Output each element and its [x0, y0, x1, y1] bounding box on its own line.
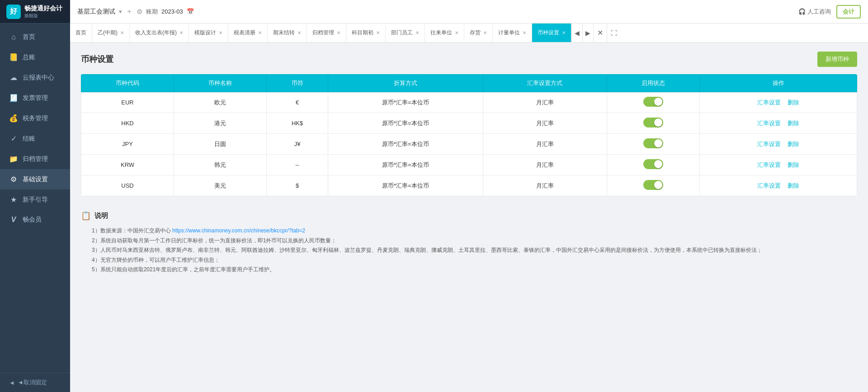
- tab-subjects[interactable]: 科目期初 ✕: [346, 24, 386, 42]
- notes-link[interactable]: https://www.chinamoney.com.cn/chinese/bk…: [172, 227, 305, 234]
- tab-period-end-close[interactable]: ✕: [297, 30, 301, 35]
- sidebar-item-guide[interactable]: ★ 新手引导: [0, 189, 70, 210]
- toggle-switch[interactable]: [643, 180, 663, 190]
- tab-period-end[interactable]: 期末结转 ✕: [268, 24, 307, 42]
- invoice-icon: 🧾: [9, 94, 18, 102]
- tab-home[interactable]: 首页: [70, 24, 92, 42]
- rate-setting-link[interactable]: 汇率设置: [757, 120, 781, 127]
- tab-nav-next[interactable]: ▶: [582, 24, 593, 42]
- sidebar-item-ledger[interactable]: 📒 总账: [0, 47, 70, 67]
- tax-icon: 💰: [9, 114, 18, 123]
- cell-status: [607, 175, 699, 196]
- cell-symbol: $: [267, 175, 328, 196]
- tab-tax-close[interactable]: ✕: [258, 30, 262, 35]
- consultation-button[interactable]: 🎧 人工咨询: [798, 8, 831, 16]
- tab-archive[interactable]: 归档管理 ✕: [307, 24, 346, 42]
- app-name: 畅捷通好会计: [24, 4, 62, 12]
- consultation-label: 人工咨询: [807, 8, 831, 16]
- sidebar-item-reports[interactable]: ☁ 云报表中心: [0, 67, 70, 88]
- period-value: 2023-03: [161, 8, 183, 15]
- tab-inventory-close[interactable]: ✕: [483, 30, 487, 35]
- table-row: USD 美元 $ 原币*汇率=本位币 月汇率 汇率设置 删除: [81, 175, 857, 196]
- new-currency-button[interactable]: 新增币种: [817, 52, 857, 67]
- tab-period-label: 乙(中期): [98, 29, 118, 37]
- cell-action: 汇率设置 删除: [700, 92, 857, 113]
- currency-table: 币种代码 币种名称 币符 折算方式 汇率设置方式 启用状态 操作 EUR 欧元 …: [81, 74, 857, 196]
- delete-link[interactable]: 删除: [788, 99, 799, 106]
- cell-action: 汇率设置 删除: [700, 113, 857, 134]
- sidebar-label-ledger: 总账: [23, 53, 35, 61]
- tab-currency-close[interactable]: ✕: [562, 30, 566, 35]
- rate-setting-link[interactable]: 汇率设置: [757, 161, 781, 168]
- tab-archive-close[interactable]: ✕: [337, 30, 340, 35]
- tab-subjects-close[interactable]: ✕: [376, 30, 380, 35]
- delete-link[interactable]: 删除: [788, 161, 799, 168]
- tab-template[interactable]: 模版设计 ✕: [189, 24, 228, 42]
- rate-setting-link[interactable]: 汇率设置: [757, 141, 781, 147]
- rate-setting-link[interactable]: 汇率设置: [757, 99, 781, 106]
- cell-action: 汇率设置 删除: [700, 134, 857, 155]
- notes-item: 2）系统自动获取每月第一个工作日的汇率标价，统一为直接标价法，即1外币可以兑换的…: [81, 236, 857, 246]
- tab-period[interactable]: 乙(中期) ✕: [92, 24, 130, 42]
- account-button[interactable]: 会计: [836, 5, 861, 19]
- col-rate-method: 汇率设置方式: [483, 75, 607, 92]
- tab-currency[interactable]: 币种设置 ✕: [532, 24, 571, 42]
- tab-unit-close[interactable]: ✕: [523, 30, 526, 35]
- rate-setting-link[interactable]: 汇率设置: [757, 182, 781, 189]
- tab-template-close[interactable]: ✕: [219, 30, 222, 35]
- tab-contacts-close[interactable]: ✕: [455, 30, 458, 35]
- sidebar-item-tax[interactable]: 💰 税务管理: [0, 108, 70, 128]
- cell-rate-method: 月汇率: [483, 92, 607, 113]
- tab-unit[interactable]: 计量单位 ✕: [493, 24, 532, 42]
- delete-link[interactable]: 删除: [788, 120, 799, 127]
- tab-nav-prev[interactable]: ◀: [571, 24, 582, 42]
- col-symbol: 币符: [267, 75, 328, 92]
- cell-symbol: J¥: [267, 134, 328, 155]
- tab-income-close[interactable]: ✕: [179, 30, 183, 35]
- toggle-switch[interactable]: [643, 97, 663, 107]
- sidebar-item-archive[interactable]: 📁 归档管理: [0, 149, 70, 169]
- tab-dept-close[interactable]: ✕: [415, 30, 419, 35]
- tab-expand[interactable]: ⛶: [607, 24, 621, 42]
- tab-currency-label: 币种设置: [538, 29, 559, 37]
- delete-link[interactable]: 删除: [788, 141, 799, 147]
- header-right: 🎧 人工咨询 会计: [798, 5, 861, 19]
- cell-rate-method: 月汇率: [483, 175, 607, 196]
- col-name: 币种名称: [174, 75, 267, 92]
- tab-tax[interactable]: 税表清册 ✕: [228, 24, 268, 42]
- tab-income[interactable]: 收入支出表(年报) ✕: [130, 24, 189, 42]
- toggle-switch[interactable]: [643, 138, 663, 148]
- sidebar-pin-toggle[interactable]: ◄ ◄取消固定: [0, 373, 70, 392]
- toggle-switch[interactable]: [643, 118, 663, 128]
- app-logo-icon: 好: [6, 5, 21, 19]
- col-calc: 折算方式: [328, 75, 483, 92]
- sidebar-item-settings[interactable]: ⚙ 基础设置: [0, 169, 70, 189]
- tab-period-close[interactable]: ✕: [120, 30, 124, 35]
- calendar-icon[interactable]: 📅: [187, 8, 194, 15]
- add-project-icon[interactable]: ＋: [126, 7, 133, 16]
- sidebar-label-archive: 归档管理: [23, 155, 48, 163]
- col-status: 启用状态: [607, 75, 699, 92]
- settings-gear-icon[interactable]: ⚙: [137, 8, 142, 16]
- delete-link[interactable]: 删除: [788, 182, 799, 189]
- dropdown-icon[interactable]: ▾: [119, 8, 122, 15]
- sidebar-item-invoice[interactable]: 🧾 发票管理: [0, 88, 70, 108]
- sidebar-item-home[interactable]: ⌂ 首页: [0, 27, 70, 47]
- tab-close-all[interactable]: ✕: [593, 24, 607, 42]
- archive-icon: 📁: [9, 155, 18, 163]
- tab-dept[interactable]: 部门员工 ✕: [386, 24, 425, 42]
- cell-name: 美元: [174, 175, 267, 196]
- sidebar-item-checkout[interactable]: ✓ 结账: [0, 128, 70, 149]
- tab-contacts-label: 往来单位: [430, 29, 452, 37]
- col-action: 操作: [700, 75, 857, 92]
- cell-name: 日圆: [174, 134, 267, 155]
- sidebar-label-settings: 基础设置: [23, 175, 48, 184]
- sidebar-item-member[interactable]: V 畅会员: [0, 210, 70, 230]
- notes-item: 5）系统只能自动抓取2021年度后的汇率，之前年度汇率需要用户手工维护。: [81, 265, 857, 275]
- table-row: HKD 港元 HK$ 原币*汇率=本位币 月汇率 汇率设置 删除: [81, 113, 857, 134]
- tab-tax-label: 税表清册: [234, 29, 255, 37]
- tab-contacts[interactable]: 往来单位 ✕: [425, 24, 464, 42]
- toggle-switch[interactable]: [643, 159, 663, 169]
- cell-name: 欧元: [174, 92, 267, 113]
- tab-inventory[interactable]: 存货 ✕: [464, 24, 493, 42]
